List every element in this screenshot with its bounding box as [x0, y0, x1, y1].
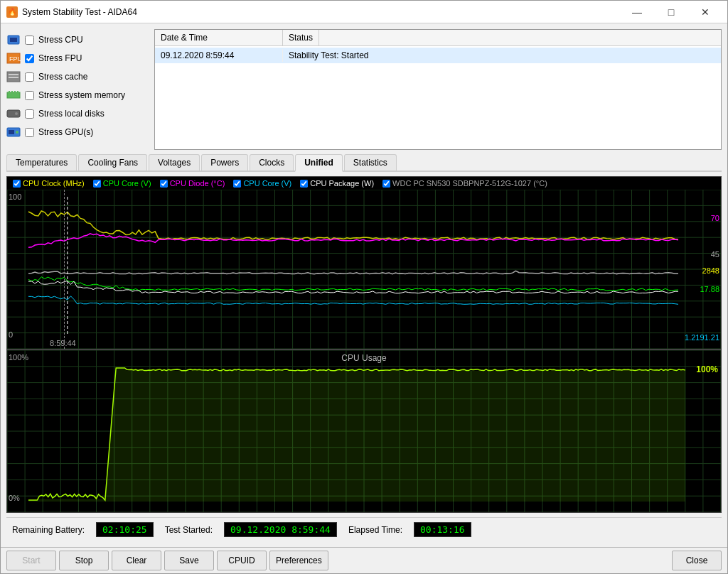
start-button[interactable]: Start: [6, 551, 56, 570]
svg-rect-9: [11, 91, 13, 94]
usage-y-right: 100%: [696, 364, 718, 374]
minimize-button[interactable]: —: [621, 1, 653, 23]
y-bottom-label: 0: [9, 330, 13, 339]
tab-unified[interactable]: Unified: [295, 154, 343, 172]
stress-fpu-item: FPU Stress FPU: [6, 50, 149, 66]
main-content: Stress CPU FPU Stress FPU Stress cache: [1, 23, 727, 547]
gpu-icon: [6, 126, 21, 138]
legend-cpu-core-v2: CPU Core (V): [233, 179, 291, 188]
stress-fpu-label: Stress FPU: [38, 53, 82, 63]
stop-button[interactable]: Stop: [59, 551, 109, 570]
fpu-icon: FPU: [6, 53, 21, 64]
maximize-button[interactable]: □: [655, 1, 687, 23]
stress-gpu-label: Stress GPU(s): [38, 127, 93, 137]
legend-cpu-package: CPU Package (W): [300, 179, 374, 188]
log-datetime-cell: 09.12.2020 8:59:44: [155, 49, 283, 62]
svg-point-13: [15, 112, 18, 115]
chart-top-canvas-area: 100 0 70 45 2848 17.88 1.2191.21 8:59:44: [7, 190, 721, 349]
test-started-value: 09.12.2020 8:59:44: [224, 522, 337, 537]
titlebar: 🔥 System Stability Test - AIDA64 — □ ✕: [1, 1, 727, 23]
app-icon: 🔥: [6, 6, 18, 18]
tab-voltages[interactable]: Voltages: [149, 154, 200, 170]
stress-gpu-checkbox[interactable]: [25, 128, 34, 137]
legend-cpu-diode-checkbox[interactable]: [160, 180, 168, 188]
y-right-1219: 1.2191.21: [685, 333, 719, 342]
stress-cpu-label: Stress CPU: [38, 35, 83, 45]
tab-clocks[interactable]: Clocks: [250, 154, 294, 170]
stress-local-item: Stress local disks: [6, 106, 149, 121]
svg-rect-11: [17, 91, 18, 94]
legend-cpu-clock-label: CPU Clock (MHz): [23, 179, 85, 188]
stress-memory-label: Stress system memory: [38, 90, 125, 100]
top-chart-canvas: [7, 190, 721, 349]
elapsed-label: Elapsed Time:: [348, 525, 402, 535]
y-right-70: 70: [711, 214, 719, 222]
legend-cpu-core-v2-label: CPU Core (V): [243, 179, 291, 188]
battery-label: Remaining Battery:: [12, 525, 85, 535]
legend-cpu-core-v-checkbox[interactable]: [93, 180, 101, 188]
log-body: 09.12.2020 8:59:44 Stability Test: Start…: [155, 46, 721, 65]
bottom-chart-canvas: [7, 350, 721, 512]
legend-cpu-clock-checkbox[interactable]: [13, 180, 21, 188]
disk-icon: [6, 108, 21, 119]
log-status-cell: Stability Test: Started: [283, 49, 375, 62]
cpu-usage-title: CPU Usage: [341, 353, 386, 363]
window-title: System Stability Test - AIDA64: [22, 7, 621, 17]
svg-rect-8: [9, 91, 10, 94]
stress-local-checkbox[interactable]: [25, 109, 34, 119]
cpu-icon: [6, 34, 21, 45]
action-bar: Start Stop Clear Save CPUID Preferences …: [1, 547, 727, 573]
stress-memory-checkbox[interactable]: [25, 91, 34, 100]
legend-cpu-package-checkbox[interactable]: [300, 180, 308, 188]
log-header: Date & Time Status: [155, 30, 721, 46]
legend-wdc: WDC PC SN530 SDBPNPZ-512G-1027 (°C): [382, 179, 547, 188]
tab-powers[interactable]: Powers: [201, 154, 248, 170]
battery-value: 02:10:25: [96, 522, 154, 537]
y-right-45: 45: [711, 250, 719, 259]
tab-temperatures[interactable]: Temperatures: [6, 154, 77, 170]
legend-cpu-core-v2-checkbox[interactable]: [233, 180, 241, 188]
elapsed-value: 00:13:16: [414, 522, 471, 537]
clear-button[interactable]: Clear: [112, 551, 161, 570]
stress-cpu-item: Stress CPU: [6, 32, 149, 48]
svg-rect-12: [7, 110, 20, 117]
usage-y-top: 100%: [9, 353, 28, 362]
stress-options-panel: Stress CPU FPU Stress FPU Stress cache: [6, 29, 149, 150]
legend-cpu-package-label: CPU Package (W): [310, 179, 374, 188]
stress-cache-checkbox[interactable]: [25, 72, 34, 82]
tab-statistics[interactable]: Statistics: [344, 154, 397, 170]
stress-fpu-checkbox[interactable]: [25, 54, 34, 63]
stress-cache-item: Stress cache: [6, 69, 149, 85]
legend-cpu-core-v-label: CPU Core (V): [103, 179, 151, 188]
stress-memory-item: Stress system memory: [6, 87, 149, 103]
cpuid-button[interactable]: CPUID: [217, 551, 267, 570]
tabs-section: Temperatures Cooling Fans Voltages Power…: [6, 154, 722, 172]
chart-bottom: CPU Usage 100% 0% 100%: [6, 350, 722, 513]
svg-rect-10: [14, 91, 16, 94]
y-top-label: 100: [9, 193, 21, 201]
stress-gpu-item: Stress GPU(s): [6, 124, 149, 140]
save-button[interactable]: Save: [164, 551, 214, 570]
close-button[interactable]: Close: [672, 551, 722, 570]
tab-cooling[interactable]: Cooling Fans: [78, 154, 147, 170]
preferences-button[interactable]: Preferences: [269, 551, 328, 570]
y-right-1788: 17.88: [700, 285, 719, 293]
cache-icon: [6, 71, 21, 82]
log-row: 09.12.2020 8:59:44 Stability Test: Start…: [155, 48, 721, 63]
memory-icon: [6, 90, 21, 101]
svg-text:FPU: FPU: [9, 55, 21, 63]
close-window-button[interactable]: ✕: [689, 1, 722, 23]
log-datetime-header: Date & Time: [155, 30, 283, 45]
legend-wdc-checkbox[interactable]: [382, 180, 390, 188]
svg-rect-1: [10, 38, 17, 42]
x-axis-label: 8:59:44: [50, 339, 76, 347]
legend-wdc-label: WDC PC SN530 SDBPNPZ-512G-1027 (°C): [392, 179, 547, 188]
svg-rect-5: [9, 74, 18, 75]
top-section: Stress CPU FPU Stress FPU Stress cache: [6, 29, 722, 150]
legend-cpu-core-v: CPU Core (V): [93, 179, 151, 188]
svg-rect-15: [9, 130, 14, 134]
stress-cpu-checkbox[interactable]: [25, 36, 34, 45]
window-controls: — □ ✕: [621, 1, 722, 23]
log-status-header: Status: [283, 30, 319, 45]
stress-cache-label: Stress cache: [38, 72, 87, 82]
